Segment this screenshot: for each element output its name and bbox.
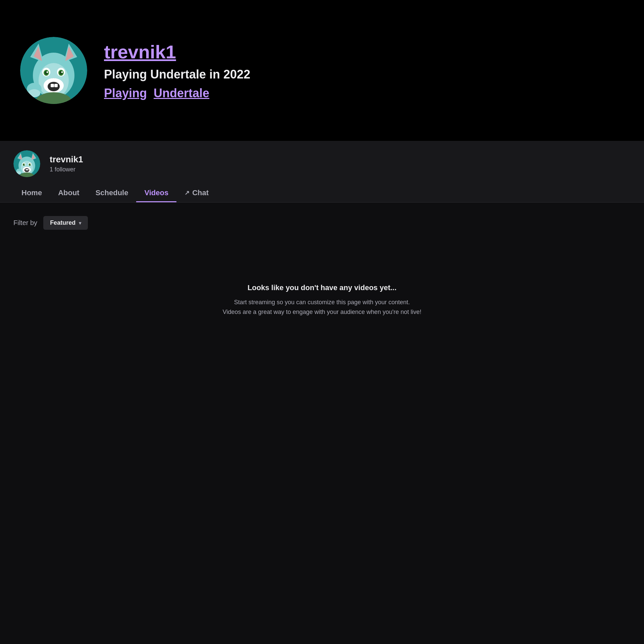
profile-followers: 1 follower [50,166,83,173]
filter-dropdown-button[interactable]: Featured ▾ [43,216,88,230]
tab-videos[interactable]: Videos [136,184,176,202]
filter-value: Featured [50,219,75,226]
svg-rect-42 [27,169,29,170]
hero-playing-prefix: Playing [104,86,147,100]
external-link-icon: ↗ [184,189,190,197]
svg-rect-18 [51,84,54,87]
tab-home[interactable]: Home [13,184,50,202]
svg-rect-41 [25,169,27,170]
profile-avatar [13,150,40,177]
svg-point-10 [47,71,48,73]
empty-state-title: Looks like you don't have any videos yet… [248,283,396,292]
tab-chat[interactable]: ↗ Chat [176,184,217,202]
hero-game-link[interactable]: Undertale [154,86,209,100]
profile-top: trevnik1 1 follower [13,150,631,177]
hero-avatar [20,37,87,104]
profile-name: trevnik1 [50,154,83,165]
content-area: Filter by Featured ▾ Looks like you don'… [0,203,644,371]
hero-game-line: Playing Undertale [104,86,250,100]
svg-rect-19 [54,84,58,87]
hero-username[interactable]: trevnik1 [104,41,250,63]
svg-point-37 [30,164,31,165]
tab-schedule[interactable]: Schedule [88,184,137,202]
svg-point-22 [28,89,40,97]
empty-state-line2: Videos are a great way to engage with yo… [223,309,421,315]
svg-point-33 [24,164,24,165]
hero-section: trevnik1 Playing Undertale in 2022 Playi… [0,0,644,141]
empty-state-line1: Start streaming so you can customize thi… [234,299,410,306]
filter-label: Filter by [13,219,37,227]
hero-info: trevnik1 Playing Undertale in 2022 Playi… [104,41,250,100]
filter-row: Filter by Featured ▾ [13,216,631,230]
nav-tabs: Home About Schedule Videos ↗ Chat [13,184,631,202]
svg-point-45 [17,171,21,174]
svg-point-14 [61,71,63,73]
empty-state: Looks like you don't have any videos yet… [13,243,631,357]
profile-meta: trevnik1 1 follower [50,154,83,173]
tab-chat-label: Chat [192,189,209,197]
chevron-down-icon: ▾ [79,220,81,226]
tab-about[interactable]: About [50,184,88,202]
hero-status: Playing Undertale in 2022 [104,67,250,82]
profile-bar: trevnik1 1 follower Home About Schedule … [0,141,644,203]
empty-state-description: Start streaming so you can customize thi… [223,298,421,317]
